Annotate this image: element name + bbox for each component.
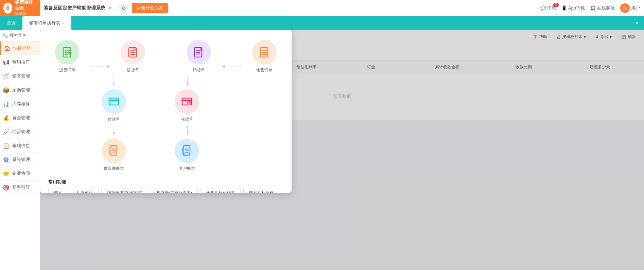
flow-item-receipt-bill[interactable]: 收款单 [171, 86, 203, 126]
label-payment-bill: 付款单 [108, 116, 120, 122]
online-service-icon: 🎧 [590, 5, 596, 11]
flow-item-supplier-ledger[interactable]: 供应商账本 [98, 135, 129, 175]
svg-marker-33 [186, 132, 189, 135]
func-btn-往来单位[interactable]: 往来单位 [71, 188, 99, 193]
flow-item-customer-ledger[interactable]: 客户账本 [171, 135, 203, 175]
sidebar-arrow-basic: › [37, 144, 38, 148]
sidebar-search[interactable]: 🔍 搜索菜单 [0, 30, 40, 41]
flow-circle-sales-order [252, 40, 277, 65]
sidebar-label-marketing: 营销推广 [12, 59, 30, 65]
sidebar-item-basic[interactable]: 📋 基础信息 › [0, 139, 40, 153]
app-download-label: App下载 [568, 5, 585, 11]
message-icon: 💬 [540, 5, 546, 11]
label-sales-bill: 销货单 [193, 67, 205, 73]
svg-marker-15 [221, 65, 225, 68]
tab-close-icon[interactable]: × [62, 21, 65, 25]
label-sales-order: 销售订单 [256, 67, 273, 73]
logo-area: 6 畅康通好生意 标准版 [0, 0, 40, 16]
func-btn-row-1: 商品往来单位现存量(库存状况表)现存量(库存分布表)销售毛利分析表商品毛利分析 [48, 188, 283, 193]
sidebar-label-collab: 企业协同 [12, 170, 30, 177]
user-label: 用户 [631, 5, 640, 11]
sidebar-arrow-collab: › [37, 172, 38, 176]
nav-close-icon[interactable]: × [636, 20, 639, 26]
flow-circle-purchase-order [55, 40, 80, 65]
modal-overlay[interactable]: 进货订单 进货单 [40, 30, 644, 270]
sidebar-label-operation: 经营管理 [12, 129, 30, 135]
sidebar-arrow-operation: › [37, 130, 38, 134]
logo-icon: 6 [3, 3, 12, 14]
experience-button[interactable]: 体验行业方案 [132, 3, 168, 13]
search-icon: 🔍 [3, 33, 8, 38]
quick-nav-icon: 🏠 [4, 45, 11, 52]
sidebar-item-purchase[interactable]: 📦 采购管理 › [0, 83, 40, 97]
label-purchase-bill: 进货单 [127, 67, 139, 73]
sidebar-item-inventory[interactable]: 📊 库存核算 › [0, 97, 40, 111]
sidebar-label-system: 系统管理 [12, 157, 30, 163]
avatar: Ea [620, 3, 630, 13]
flow-item-payment-bill[interactable]: 付款单 [98, 86, 129, 126]
marketing-icon: 📢 [3, 59, 10, 66]
system-icon: ⚙️ [3, 156, 10, 163]
tab-home[interactable]: 首页 [0, 16, 22, 30]
svg-marker-31 [112, 132, 115, 135]
flow-item-purchase-order[interactable]: 进货订单 [52, 37, 83, 76]
svg-rect-24 [109, 98, 119, 105]
sidebar-item-guide[interactable]: 🎯 新手引导 › [0, 181, 40, 195]
flow-item-sales-bill[interactable]: 销货单 [183, 37, 214, 76]
message-badge: 5 [553, 3, 559, 7]
sidebar: 🔍 搜索菜单 🏠 快捷导航 📢 营销推广 › 🛒 销售管理 › 📦 采购管理 ›… [0, 30, 40, 270]
main-layout: 🔍 搜索菜单 🏠 快捷导航 📢 营销推广 › 🛒 销售管理 › 📦 采购管理 ›… [0, 30, 644, 270]
func-btn-现存量(库存状况表)[interactable]: 现存量(库存状况表) [101, 188, 148, 193]
sales-icon: 🛒 [3, 73, 10, 79]
svg-rect-39 [183, 146, 190, 155]
sidebar-item-sales[interactable]: 🛒 销售管理 › [0, 69, 40, 83]
inventory-icon: 📊 [3, 101, 10, 107]
top-header: 6 畅康通好生意 标准版 装备及固定资产辅助管理系统 ▾ ⚙ 体验行业方案 💬 … [0, 0, 644, 16]
sidebar-label-finance: 资金管理 [12, 115, 30, 121]
message-btn[interactable]: 💬 消息 5 [540, 5, 556, 11]
sidebar-item-collab[interactable]: 🤝 企业协同 › [0, 167, 40, 181]
sidebar-arrow-purchase: › [37, 88, 38, 92]
common-functions: 常用功能 商品往来单位现存量(库存状况表)现存量(库存分布表)销售毛利分析表商品… [48, 179, 283, 193]
flow-circle-customer-ledger [175, 139, 199, 163]
sidebar-item-finance[interactable]: 💰 资金管理 › [0, 111, 40, 125]
sidebar-item-operation[interactable]: 📈 经营管理 › [0, 125, 40, 139]
func-btn-销售毛利分析表[interactable]: 销售毛利分析表 [201, 188, 241, 193]
svg-rect-26 [110, 102, 113, 103]
user-btn[interactable]: Ea 用户 [620, 3, 640, 13]
sidebar-arrow-inventory: › [37, 102, 38, 106]
collab-icon: 🤝 [3, 170, 10, 177]
label-supplier-ledger: 供应商账本 [104, 166, 124, 172]
flow-circle-receipt-bill [175, 89, 199, 114]
system-title: 装备及固定资产辅助管理系统 [43, 5, 105, 11]
basic-icon: 📋 [3, 142, 10, 149]
tab-sales-order[interactable]: 销售订单执行表 × [22, 16, 71, 30]
label-customer-ledger: 客户账本 [179, 166, 195, 172]
svg-rect-40 [182, 147, 184, 154]
home-tab-label: 首页 [7, 20, 16, 26]
app-download-icon: 📱 [561, 5, 567, 11]
func-btn-商品[interactable]: 商品 [48, 188, 68, 193]
flow-item-purchase-bill[interactable]: 进货单 [117, 37, 149, 76]
sidebar-arrow-sales: › [37, 74, 38, 78]
sidebar-item-marketing[interactable]: 📢 营销推广 › [0, 55, 40, 69]
operation-icon: 📈 [3, 128, 10, 135]
flow-item-sales-order[interactable]: 销售订单 [249, 37, 280, 76]
online-service-btn[interactable]: 🎧 在线客服 [590, 5, 615, 11]
sidebar-arrow-finance: › [37, 116, 38, 120]
svg-marker-23 [186, 83, 189, 86]
gear-icon[interactable]: ⚙ [119, 3, 128, 13]
sidebar-arrow-marketing: › [37, 60, 38, 64]
func-btn-商品毛利分析[interactable]: 商品毛利分析 [243, 188, 279, 193]
svg-marker-21 [112, 83, 115, 86]
func-btn-现存量(库存分布表)[interactable]: 现存量(库存分布表) [151, 188, 198, 193]
online-service-label: 在线客服 [597, 5, 615, 11]
label-purchase-order: 进货订单 [59, 67, 75, 73]
sidebar-item-system[interactable]: ⚙️ 系统管理 › [0, 153, 40, 167]
dropdown-icon[interactable]: ▾ [109, 5, 116, 12]
sidebar-item-quick-nav[interactable]: 🏠 快捷导航 [0, 41, 40, 55]
common-func-title: 常用功能 [48, 179, 283, 185]
app-download-btn[interactable]: 📱 App下载 [561, 5, 585, 11]
sidebar-search-label: 搜索菜单 [10, 33, 26, 38]
sidebar-arrow-guide: › [37, 186, 38, 190]
